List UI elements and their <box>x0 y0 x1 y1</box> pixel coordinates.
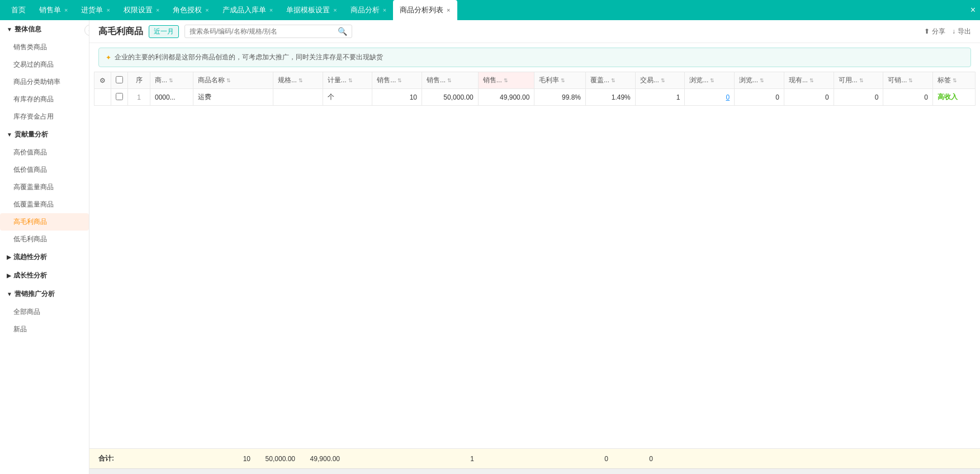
th-sales-qty[interactable]: 销售...⇅ <box>372 72 422 89</box>
sort-sales-profit-icon: ⇅ <box>504 78 508 83</box>
cell-view1[interactable]: 0 <box>685 89 735 106</box>
footer-empty4 <box>523 455 568 463</box>
table-header-row: ⚙ 序 商...⇅ 商品名称⇅ 规格...⇅ <box>94 72 976 89</box>
cell-sales-qty: 10 <box>372 89 422 106</box>
sidebar-item-low-coverage-goods[interactable]: 低覆盖量商品 <box>0 196 89 213</box>
export-button[interactable]: ↓ 导出 <box>952 27 971 36</box>
th-current-stock[interactable]: 现有...⇅ <box>784 72 834 89</box>
close-all-button[interactable]: × <box>970 5 976 15</box>
sidebar-item-low-margin-goods[interactable]: 低毛利商品 <box>0 231 89 248</box>
close-role-auth-icon[interactable]: × <box>205 7 209 13</box>
close-production-warehousing-icon[interactable]: × <box>269 7 273 13</box>
sidebar-item-high-value-goods[interactable]: 高价值商品 <box>0 144 89 161</box>
cell-coverage: 1.49% <box>586 89 636 106</box>
cell-spec <box>273 89 323 106</box>
th-gross-margin[interactable]: 毛利率⇅ <box>534 72 586 89</box>
footer-empty1 <box>344 455 389 463</box>
sidebar-group-trend-analysis[interactable]: ▶ 流趋性分析 <box>0 248 89 266</box>
bottom-scrollbar[interactable] <box>89 468 980 474</box>
sidebar-group-overall-info[interactable]: ▼ 整体信息 <box>0 20 89 39</box>
cell-view2: 0 <box>735 89 784 106</box>
th-sales-profit[interactable]: 销售...⇅ <box>478 72 534 89</box>
sort-name-icon: ⇅ <box>226 78 231 83</box>
th-view2[interactable]: 浏览...⇅ <box>735 72 784 89</box>
sort-sales-qty-icon: ⇅ <box>397 78 402 83</box>
search-box: 🔍 <box>184 25 352 38</box>
share-button[interactable]: ⬆ 分享 <box>924 27 945 36</box>
arrow-right-icon: ▶ <box>7 254 11 260</box>
sidebar: « ▼ 整体信息 销售类商品 交易过的商品 商品分类助销率 有库存的商品 库存资… <box>0 20 89 474</box>
th-sales-amount[interactable]: 销售...⇅ <box>422 72 479 89</box>
table-row: 1 0000... 运费 个 10 50,000.00 49,900.00 99… <box>94 89 976 106</box>
row-checkbox[interactable] <box>116 93 123 100</box>
sort-tag-icon: ⇅ <box>953 78 957 83</box>
filter-month-button[interactable]: 近一月 <box>149 25 179 38</box>
th-spec[interactable]: 规格...⇅ <box>273 72 323 89</box>
sort-saleable-stock-icon: ⇅ <box>908 78 913 83</box>
header-actions: ⬆ 分享 ↓ 导出 <box>924 27 971 36</box>
sort-spec-icon: ⇅ <box>299 78 303 83</box>
nav-production-warehousing[interactable]: 产成品入库单 × <box>216 0 280 20</box>
th-settings[interactable]: ⚙ <box>94 72 111 89</box>
th-unit[interactable]: 计量...⇅ <box>323 72 372 89</box>
cell-index: 1 <box>128 89 150 106</box>
th-view1[interactable]: 浏览...⇅ <box>685 72 735 89</box>
nav-voucher-template[interactable]: 单据模板设置 × <box>280 0 343 20</box>
close-permission-icon[interactable]: × <box>156 7 159 13</box>
nav-product-analysis-list[interactable]: 商品分析列表 × <box>393 0 457 20</box>
cell-available-stock: 0 <box>834 89 883 106</box>
sort-transaction-icon: ⇅ <box>661 78 665 83</box>
sidebar-group-growth-analysis[interactable]: ▶ 成长性分析 <box>0 266 89 285</box>
cell-transaction: 1 <box>635 89 685 106</box>
sidebar-item-low-value-goods[interactable]: 低价值商品 <box>0 161 89 179</box>
close-voucher-template-icon[interactable]: × <box>333 7 337 13</box>
sidebar-item-all-goods[interactable]: 全部商品 <box>0 303 89 321</box>
cell-name: 运费 <box>193 89 273 106</box>
close-sales-order-icon[interactable]: × <box>64 7 68 13</box>
sidebar-item-in-stock-goods[interactable]: 有库存的商品 <box>0 91 89 108</box>
nav-sales-order[interactable]: 销售单 × <box>32 0 74 20</box>
page-title: 高毛利商品 <box>98 26 143 37</box>
sidebar-item-traded-goods[interactable]: 交易过的商品 <box>0 56 89 73</box>
footer-sales-amount: 50,000.00 <box>255 455 300 463</box>
sidebar-group-marketing-analysis[interactable]: ▼ 营销推广分析 <box>0 285 89 303</box>
th-index: 序 <box>128 72 150 89</box>
th-coverage[interactable]: 覆盖...⇅ <box>586 72 636 89</box>
nav-permission-settings[interactable]: 权限设置 × <box>117 0 166 20</box>
close-purchase-order-icon[interactable]: × <box>106 7 110 13</box>
sort-gross-margin-icon: ⇅ <box>561 78 565 83</box>
share-icon: ⬆ <box>924 27 930 35</box>
search-input[interactable] <box>190 27 338 35</box>
search-icon[interactable]: 🔍 <box>338 27 347 36</box>
sidebar-item-high-coverage-goods[interactable]: 高覆盖量商品 <box>0 179 89 196</box>
nav-product-analysis[interactable]: 商品分析 × <box>344 0 393 20</box>
close-product-analysis-icon[interactable]: × <box>383 7 386 13</box>
cell-tag: 高收入 <box>933 89 976 106</box>
arrow-right-icon-2: ▶ <box>7 273 11 279</box>
th-sku-code[interactable]: 商...⇅ <box>150 72 193 89</box>
th-transaction[interactable]: 交易...⇅ <box>635 72 685 89</box>
nav-home[interactable]: 首页 <box>4 0 32 20</box>
footer-label: 合计: <box>98 454 210 463</box>
footer-sales-profit: 49,900.00 <box>300 455 344 463</box>
th-tag[interactable]: 标签⇅ <box>933 72 976 89</box>
sort-current-stock-icon: ⇅ <box>809 78 814 83</box>
nav-role-auth[interactable]: 角色授权 × <box>166 0 215 20</box>
close-product-analysis-list-icon[interactable]: × <box>447 7 450 13</box>
th-name[interactable]: 商品名称⇅ <box>193 72 273 89</box>
sidebar-group-contribution-analysis[interactable]: ▼ 贡献量分析 <box>0 125 89 144</box>
nav-purchase-order[interactable]: 进货单 × <box>74 0 116 20</box>
cell-checkbox[interactable] <box>111 89 128 106</box>
select-all-checkbox[interactable] <box>116 76 123 83</box>
th-saleable-stock[interactable]: 可销...⇅ <box>883 72 933 89</box>
sidebar-item-category-rate[interactable]: 商品分类助销率 <box>0 73 89 91</box>
sidebar-item-new-goods[interactable]: 新品 <box>0 321 89 338</box>
sidebar-item-high-margin-goods[interactable]: 高毛利商品 <box>0 213 89 231</box>
cell-sales-amount: 50,000.00 <box>422 89 479 106</box>
data-table: ⚙ 序 商...⇅ 商品名称⇅ 规格...⇅ <box>94 72 976 106</box>
sidebar-item-sales-goods[interactable]: 销售类商品 <box>0 39 89 56</box>
th-available-stock[interactable]: 可用...⇅ <box>834 72 883 89</box>
footer-transaction: 1 <box>434 455 479 463</box>
main-layout: « ▼ 整体信息 销售类商品 交易过的商品 商品分类助销率 有库存的商品 库存资… <box>0 20 980 474</box>
sidebar-item-inventory-capital[interactable]: 库存资金占用 <box>0 108 89 125</box>
